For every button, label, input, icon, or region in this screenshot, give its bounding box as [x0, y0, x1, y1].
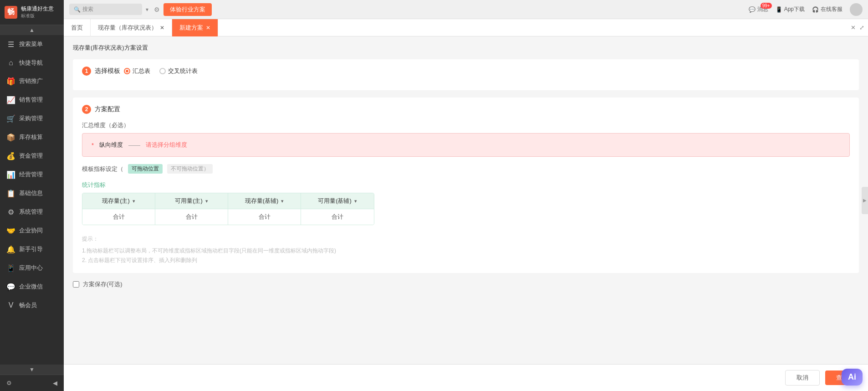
- sidebar-item-system[interactable]: ⚙ 系统管理: [0, 203, 64, 221]
- tips-title: 提示：: [82, 234, 850, 244]
- handshake-icon: 🤝: [6, 226, 15, 235]
- step2-title: 方案配置: [95, 105, 120, 113]
- stats-col-0: 现存量(主) ▾ 合计: [82, 193, 155, 225]
- search-placeholder: 搜索: [82, 5, 93, 13]
- stats-body-1: 合计: [155, 209, 228, 225]
- dim-label: 纵向维度: [99, 141, 123, 149]
- phone-icon: 📱: [776, 6, 782, 13]
- sidebar-item-finance[interactable]: 💰 资金管理: [0, 147, 64, 165]
- sidebar-item-quick-nav[interactable]: ⌂ 快捷导航: [0, 54, 64, 72]
- radio-summary-dot: [124, 68, 130, 74]
- sidebar-item-app-center[interactable]: 📱 应用中心: [0, 259, 64, 278]
- stats-body-2: 合计: [228, 209, 301, 225]
- tips-item-1: 2. 点击标题栏下拉可设置排序、插入列和删除列: [82, 256, 850, 266]
- stats-header-3[interactable]: 可用量(基辅) ▾: [301, 193, 374, 209]
- radio-summary-label: 汇总表: [133, 67, 150, 75]
- stats-body-3: 合计: [301, 209, 374, 225]
- tips-section: 提示： 1.拖动标题栏可以调整布局，不可跨维度或指标区域拖动栏目字段(只能在同一…: [82, 234, 850, 266]
- sidebar-item-new-guide[interactable]: 🔔 新手引导: [0, 240, 64, 259]
- sidebar-scroll-down[interactable]: ▼: [0, 365, 64, 375]
- collapse-icon[interactable]: ◀: [53, 380, 57, 386]
- sidebar-item-basic-info[interactable]: 📋 基础信息: [0, 184, 64, 203]
- stats-header-1[interactable]: 可用量(主) ▾: [155, 193, 228, 209]
- stats-header-0[interactable]: 现存量(主) ▾: [82, 193, 155, 209]
- online-service-button[interactable]: 🎧 在线客服: [812, 5, 842, 13]
- radio-summary[interactable]: 汇总表: [124, 67, 150, 75]
- sidebar-item-label: 畅会员: [19, 301, 37, 309]
- radio-cross-dot: [159, 68, 166, 74]
- main-area: 🔍 搜索 ▾ ⚙ 体验行业方案 💬 消息 99+ 📱 App下载 🎧 在线客服: [64, 0, 868, 391]
- chat-icon: 💬: [6, 283, 15, 291]
- topbar-search[interactable]: 🔍 搜索: [69, 4, 142, 15]
- money-icon: 💰: [6, 152, 15, 160]
- sidebar-item-label: 基础信息: [19, 189, 43, 197]
- chevron-down-col3-icon[interactable]: ▾: [354, 198, 357, 204]
- chevron-down-col1-icon[interactable]: ▾: [205, 198, 208, 204]
- sidebar-item-inventory[interactable]: 📦 库存核算: [0, 128, 64, 147]
- sidebar-bottom: ⚙ ◀: [0, 375, 64, 391]
- radio-cross[interactable]: 交叉统计表: [159, 67, 198, 75]
- page-title: 现存量(库存状况表)方案设置: [73, 44, 859, 52]
- tab-inventory-status[interactable]: 现存量（库存状况表） ✕: [91, 19, 172, 36]
- gear-icon: ⚙: [6, 208, 15, 216]
- stats-header-2[interactable]: 现存量(基辅) ▾: [228, 193, 301, 209]
- tab-new-scheme[interactable]: 新建方案 ✕: [172, 19, 218, 36]
- sidebar-item-label: 系统管理: [19, 208, 43, 216]
- search-menu-icon: ☰: [6, 40, 15, 49]
- sidebar-item-label: 采购管理: [19, 114, 43, 123]
- stats-col-1-label: 可用量(主): [175, 197, 203, 205]
- indicator-row: 模板指标设定（ 可拖动位置 不可拖动位置）: [82, 164, 850, 174]
- sidebar-item-enterprise[interactable]: 🤝 企业协同: [0, 221, 64, 240]
- sidebar-item-label: 库存核算: [19, 133, 43, 141]
- close-inventory-tab-icon[interactable]: ✕: [160, 25, 164, 31]
- close-tab-icon[interactable]: ✕: [851, 24, 856, 31]
- footer-bar: 取消 查询: [64, 364, 868, 391]
- tab-home-label: 首页: [71, 24, 83, 32]
- settings-icon[interactable]: ⚙: [6, 380, 12, 386]
- sidebar-logo: 畅 畅康通好生意 标准版: [0, 0, 64, 25]
- sidebar-item-marketing[interactable]: 🎁 营销推广: [0, 72, 64, 91]
- trial-button[interactable]: 体验行业方案: [163, 3, 212, 16]
- step1-title: 选择模板: [95, 67, 120, 75]
- fixed-tag: 不可拖动位置）: [167, 164, 213, 174]
- app-download-button[interactable]: 📱 App下载: [776, 5, 805, 13]
- sidebar-item-purchase[interactable]: 🛒 采购管理: [0, 109, 64, 128]
- user-avatar[interactable]: [850, 3, 863, 16]
- sidebar-scroll-up[interactable]: ▲: [0, 25, 64, 35]
- save-checkbox-label: 方案保存(可选): [83, 280, 123, 288]
- sidebar-item-label: 新手引导: [19, 245, 43, 253]
- expand-icon[interactable]: ⤢: [859, 24, 864, 31]
- stats-col-0-label: 现存量(主): [102, 197, 130, 205]
- close-new-scheme-tab-icon[interactable]: ✕: [206, 25, 210, 31]
- chevron-down-col2-icon[interactable]: ▾: [281, 198, 284, 204]
- ops-icon: 📊: [6, 170, 15, 179]
- dimension-row[interactable]: * 纵向维度 —— 请选择分组维度: [82, 133, 850, 157]
- tab-home[interactable]: 首页: [64, 19, 91, 36]
- ai-float-button[interactable]: Ai: [842, 369, 863, 386]
- sidebar-item-operations[interactable]: 📊 经营管理: [0, 165, 64, 184]
- sidebar-item-label: 快捷导航: [19, 59, 43, 67]
- service-label: 在线客服: [821, 5, 842, 13]
- chevron-down-col0-icon[interactable]: ▾: [133, 198, 135, 204]
- sidebar-item-search-menu[interactable]: ☰ 搜索菜单: [0, 35, 64, 54]
- stats-col-3: 可用量(基辅) ▾ 合计: [301, 193, 374, 225]
- topbar-gear-icon[interactable]: ⚙: [154, 6, 160, 13]
- sidebar-item-wechat[interactable]: 💬 企业微信: [0, 278, 64, 296]
- chevron-down-icon[interactable]: ▾: [146, 6, 148, 13]
- sidebar-item-label: 资金管理: [19, 152, 43, 160]
- message-button[interactable]: 💬 消息 99+: [749, 5, 768, 13]
- template-radio-group: 汇总表 交叉统计表: [124, 67, 198, 75]
- stats-table-header: 现存量(主) ▾ 合计 可用量(主) ▾ 合计: [82, 193, 374, 225]
- stats-label: 统计指标: [82, 181, 850, 189]
- sidebar-item-sales[interactable]: 📈 销售管理: [0, 91, 64, 109]
- cancel-button[interactable]: 取消: [785, 370, 820, 386]
- save-checkbox[interactable]: [73, 281, 79, 288]
- sidebar-item-member[interactable]: V 畅会员: [0, 296, 64, 314]
- step2-section: 2 方案配置 汇总维度（必选） * 纵向维度 —— 请选择分组维度 模板指标设定…: [73, 98, 859, 273]
- indicator-label: 模板指标设定（: [82, 165, 123, 173]
- logo-icon: 畅: [5, 6, 17, 19]
- right-collapse-handle[interactable]: ▶: [862, 187, 868, 214]
- box-icon: 📦: [6, 133, 15, 142]
- dim-placeholder: 请选择分组维度: [146, 141, 187, 149]
- headset-icon: 🎧: [812, 6, 819, 13]
